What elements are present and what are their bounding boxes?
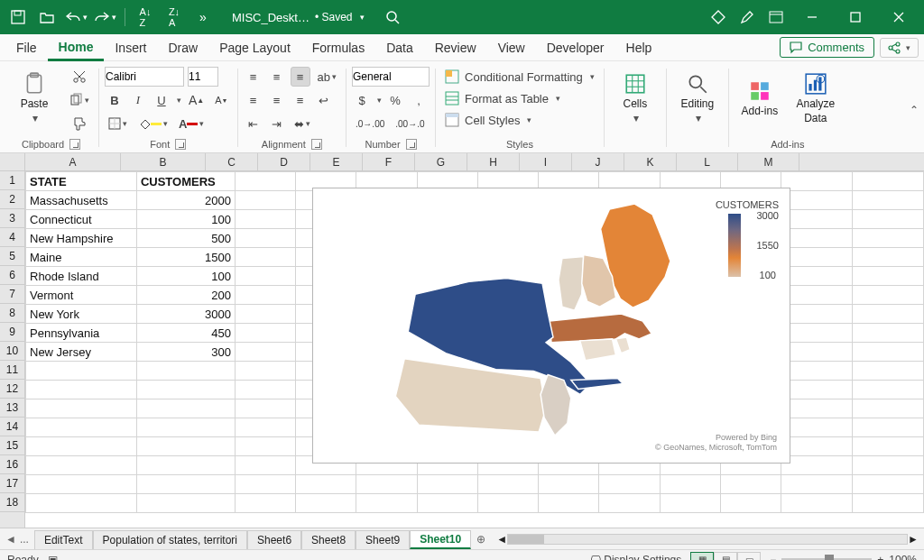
cell[interactable]: 2000 <box>136 191 235 210</box>
search-icon[interactable] <box>377 5 408 30</box>
cell[interactable] <box>853 229 924 248</box>
open-icon[interactable] <box>34 5 60 30</box>
cell[interactable] <box>136 456 235 475</box>
cell[interactable] <box>599 475 660 494</box>
cell[interactable] <box>235 362 295 381</box>
add-sheet-button[interactable]: ⊕ <box>471 528 491 549</box>
cell[interactable]: 300 <box>136 343 235 362</box>
decrease-indent-icon[interactable]: ⇤ <box>244 114 263 133</box>
cell[interactable] <box>235 172 295 191</box>
column-header-L[interactable]: L <box>677 153 738 170</box>
row-header[interactable]: 16 <box>0 455 24 474</box>
cell[interactable] <box>853 494 924 513</box>
row-header[interactable]: 13 <box>0 399 24 418</box>
cell[interactable] <box>235 343 295 362</box>
cell[interactable] <box>296 494 356 513</box>
cell[interactable] <box>356 494 417 513</box>
tab-draw[interactable]: Draw <box>157 34 208 60</box>
cell[interactable] <box>356 475 417 494</box>
cell[interactable] <box>136 381 235 399</box>
tab-page-layout[interactable]: Page Layout <box>208 34 301 60</box>
cell[interactable] <box>235 437 295 456</box>
format-painter-icon[interactable] <box>65 114 93 133</box>
cell[interactable] <box>136 362 235 381</box>
cell[interactable] <box>781 191 853 210</box>
cell[interactable] <box>26 418 137 437</box>
row-header[interactable]: 11 <box>0 361 24 380</box>
zoom-out-button[interactable]: − <box>770 554 776 561</box>
accounting-icon[interactable]: $ <box>352 90 372 110</box>
cell[interactable] <box>26 399 137 418</box>
cell[interactable] <box>720 494 781 513</box>
row-header[interactable]: 17 <box>0 474 24 493</box>
column-header-F[interactable]: F <box>363 153 415 170</box>
cell[interactable] <box>26 475 137 494</box>
cell[interactable]: 1500 <box>136 248 235 267</box>
italic-button[interactable]: I <box>128 90 148 110</box>
sheet-nav-ellipsis[interactable]: ... <box>20 533 29 546</box>
display-settings[interactable]: 🖵 Display Settings <box>590 554 681 561</box>
cell[interactable] <box>853 191 924 210</box>
cell[interactable] <box>853 381 924 399</box>
borders-icon[interactable]: ▾ <box>105 114 131 133</box>
decrease-decimal-icon[interactable]: .00→.0 <box>392 114 428 133</box>
row-header[interactable]: 3 <box>0 209 24 228</box>
cell-styles-button[interactable]: Cell Styles▾ <box>441 110 598 130</box>
wrap-text-icon[interactable]: ↩ <box>314 90 334 110</box>
column-header-D[interactable]: D <box>258 153 310 170</box>
share-button[interactable]: ▾ <box>880 38 919 58</box>
column-header-E[interactable]: E <box>310 153 363 170</box>
sheet-tab-sheet9[interactable]: Sheet9 <box>356 530 410 549</box>
cell[interactable] <box>477 475 538 494</box>
cut-icon[interactable] <box>65 67 93 87</box>
cell[interactable] <box>853 399 924 418</box>
cell[interactable] <box>781 418 853 437</box>
maximize-button[interactable] <box>836 0 875 34</box>
cell[interactable]: CUSTOMERS <box>136 172 235 191</box>
tab-insert[interactable]: Insert <box>104 34 157 60</box>
cell[interactable] <box>235 494 295 513</box>
row-header[interactable]: 6 <box>0 266 24 285</box>
cell[interactable] <box>781 172 853 191</box>
sheet-tab-sheet10[interactable]: Sheet10 <box>410 530 471 549</box>
cell[interactable] <box>235 475 295 494</box>
cell[interactable] <box>136 494 235 513</box>
sheet-tab-sheet6[interactable]: Sheet6 <box>247 530 301 549</box>
cell[interactable]: Massachusetts <box>26 191 137 210</box>
view-page-layout-icon[interactable]: ▤ <box>714 552 737 561</box>
cell[interactable] <box>235 229 295 248</box>
select-all-corner[interactable] <box>0 153 25 170</box>
cell[interactable]: 450 <box>136 324 235 343</box>
cell[interactable] <box>853 324 924 343</box>
percent-icon[interactable]: % <box>385 90 405 110</box>
cell[interactable] <box>26 456 137 475</box>
cell[interactable] <box>539 475 599 494</box>
minimize-button[interactable] <box>792 0 832 34</box>
cell[interactable] <box>417 475 477 494</box>
cell[interactable] <box>853 172 924 191</box>
map-chart[interactable]: CUSTOMERS 3000 1550 100 Powered by Bing … <box>312 188 790 464</box>
cell[interactable] <box>235 456 295 475</box>
cell[interactable] <box>853 210 924 229</box>
tab-data[interactable]: Data <box>375 34 424 60</box>
tab-file[interactable]: File <box>5 34 48 60</box>
cell[interactable] <box>781 229 853 248</box>
align-left-icon[interactable]: ≡ <box>244 90 263 110</box>
cell[interactable]: Pennsylvania <box>26 324 137 343</box>
fill-color-icon[interactable]: ▾ <box>134 114 171 133</box>
grow-font-icon[interactable]: A▲ <box>185 90 208 110</box>
cell[interactable] <box>853 248 924 267</box>
cell[interactable] <box>853 437 924 456</box>
cell[interactable] <box>853 267 924 286</box>
align-center-icon[interactable]: ≡ <box>267 90 287 110</box>
sheet-nav-prev[interactable]: ◄ <box>5 533 16 546</box>
cell[interactable] <box>781 456 853 475</box>
cell[interactable] <box>235 248 295 267</box>
sort-asc-icon[interactable]: A↓Z <box>133 5 158 30</box>
cell[interactable] <box>136 437 235 456</box>
diamond-icon[interactable] <box>706 5 731 30</box>
redo-icon[interactable]: ▾ <box>92 5 117 30</box>
cell[interactable]: 500 <box>136 229 235 248</box>
font-color-icon[interactable]: A▾ <box>175 114 208 133</box>
view-normal-icon[interactable]: ▦ <box>690 552 714 561</box>
